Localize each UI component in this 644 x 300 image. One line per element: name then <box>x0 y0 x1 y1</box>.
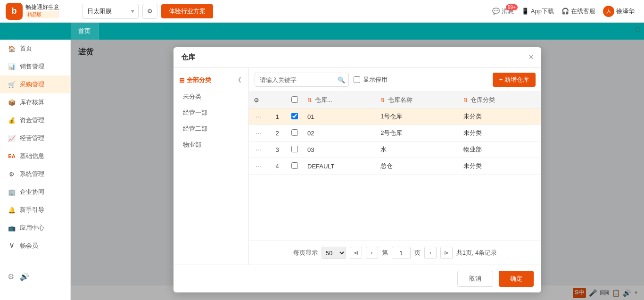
purchase-icon: 🛒 <box>8 80 16 89</box>
table-wrapper: ⚙ ⇅ 仓库... <box>249 92 541 241</box>
table-panel: 🔍 显示停用 + 新增仓库 <box>249 68 541 265</box>
online-service-button[interactable]: 🎧 在线客服 <box>561 7 595 16</box>
member-icon: V <box>8 242 16 250</box>
try-industry-button[interactable]: 体验行业方案 <box>161 4 213 18</box>
sidebar-item-sales[interactable]: 📊 销售管理 <box>0 58 70 75</box>
basic-info-icon: EA <box>8 152 16 160</box>
nav-tab-home[interactable]: 首页 <box>71 23 99 40</box>
first-page-button[interactable]: ⊲ <box>350 247 362 259</box>
page-input[interactable] <box>392 247 411 259</box>
row-checkbox[interactable] <box>291 146 298 152</box>
sidebar-item-app-center[interactable]: 📺 应用中心 <box>0 219 70 237</box>
table-toolbar: 🔍 显示停用 + 新增仓库 <box>249 68 541 92</box>
company-select[interactable]: 日太阳膜 ▾ <box>82 4 139 19</box>
add-warehouse-button[interactable]: + 新增仓库 <box>493 73 536 87</box>
enterprise-icon: 🏢 <box>8 188 16 196</box>
category-item-operations2[interactable]: 经营二部 <box>173 121 248 137</box>
sidebar-settings-icon[interactable]: ⚙ <box>8 272 14 281</box>
search-input[interactable] <box>255 73 349 87</box>
warehouse-modal: 仓库 × ⊞ 全部分类 《 未分类 <box>173 47 541 292</box>
search-icon[interactable]: 🔍 <box>338 76 345 83</box>
table-row[interactable]: ··· 2 02 2号仓库 未分类 <box>249 125 541 142</box>
warehouse-table: ⚙ ⇅ 仓库... <box>249 92 541 175</box>
per-page-select[interactable]: 50 100 200 <box>322 247 346 259</box>
sidebar-item-inventory[interactable]: 📦 库存核算 <box>0 93 70 111</box>
row-code: 01 <box>303 108 376 125</box>
row-checkbox[interactable] <box>291 113 298 119</box>
sidebar-item-basic-info[interactable]: EA 基础信息 <box>0 147 70 165</box>
row-code: 03 <box>303 142 376 158</box>
table-row[interactable]: ··· 4 DEFAULT 总仓 未分类 <box>249 158 541 175</box>
row-number: 2 <box>268 125 287 142</box>
row-name: 水 <box>376 142 458 158</box>
table-row[interactable]: ··· 3 03 水 物业部 <box>249 142 541 158</box>
sidebar-item-guide[interactable]: 🔔 新手引导 <box>0 201 70 219</box>
sort-icon-code: ⇅ <box>307 97 312 103</box>
main-layout: 🏠 首页 📊 销售管理 🛒 采购管理 📦 库存核算 💰 资金管理 📈 经营管理 … <box>0 40 644 300</box>
sidebar-item-home[interactable]: 🏠 首页 <box>0 40 70 58</box>
row-checkbox[interactable] <box>291 129 298 136</box>
app-download-button[interactable]: 📱 App下载 <box>521 7 554 16</box>
pagination-bar: 每页显示 50 100 200 ⊲ ‹ 第 页 › ⊳ 共1页, 4条 <box>249 241 541 265</box>
table-head: ⚙ ⇅ 仓库... <box>249 92 541 108</box>
row-actions: ··· <box>249 142 268 158</box>
sidebar-item-system[interactable]: ⚙ 系统管理 <box>0 165 70 183</box>
message-button[interactable]: 💬 消息 99+ <box>492 7 514 16</box>
row-number: 1 <box>268 108 287 125</box>
finance-icon: 💰 <box>8 116 16 125</box>
maximize-button[interactable]: □ <box>631 23 644 36</box>
headset-icon: 🎧 <box>561 8 569 15</box>
minimize-button[interactable]: — <box>618 23 631 36</box>
category-item-property[interactable]: 物业部 <box>173 137 248 153</box>
modal-close-button[interactable]: × <box>528 52 534 62</box>
collapse-icon[interactable]: 《 <box>233 75 243 85</box>
sidebar-item-enterprise[interactable]: 🏢 企业协同 <box>0 183 70 201</box>
logo-text-wrap: 畅捷通好生意 精品版 <box>25 4 59 19</box>
sidebar-item-member[interactable]: V 畅会员 <box>0 237 70 255</box>
row-category: 未分类 <box>459 108 541 125</box>
show-disabled-checkbox[interactable] <box>354 76 360 83</box>
last-page-button[interactable]: ⊳ <box>440 247 453 259</box>
sidebar-item-finance[interactable]: 💰 资金管理 <box>0 111 70 129</box>
more-icon[interactable]: ··· <box>256 162 261 170</box>
category-item-operations1[interactable]: 经营一部 <box>173 105 248 121</box>
confirm-button[interactable]: 确定 <box>499 271 534 287</box>
sidebar-item-purchase[interactable]: 🛒 采购管理 <box>0 75 70 93</box>
category-panel: ⊞ 全部分类 《 未分类 经营一部 经营二部 物业 <box>173 68 249 265</box>
row-number: 4 <box>268 158 287 175</box>
cancel-button[interactable]: 取消 <box>457 271 493 287</box>
th-name: ⇅ 仓库名称 <box>376 92 458 108</box>
all-categories-button[interactable]: ⊞ 全部分类 《 <box>173 72 248 89</box>
more-icon[interactable]: ··· <box>256 113 261 120</box>
table-header-row: ⚙ ⇅ 仓库... <box>249 92 541 108</box>
message-badge: 99+ <box>506 4 518 10</box>
settings-button[interactable]: ⚙ <box>142 4 157 19</box>
page-label: 第 <box>382 249 388 257</box>
more-icon[interactable]: ··· <box>256 146 261 153</box>
th-gear: ⚙ <box>249 92 268 108</box>
sidebar-volume-icon[interactable]: 🔊 <box>20 272 29 281</box>
row-category: 未分类 <box>459 125 541 142</box>
th-check <box>287 92 303 108</box>
total-label: 共1页, 4条记录 <box>456 249 497 257</box>
prev-page-button[interactable]: ‹ <box>366 247 378 259</box>
search-wrap: 🔍 <box>255 73 349 87</box>
sidebar-item-operations[interactable]: 📈 经营管理 <box>0 129 70 147</box>
header-right: 💬 消息 99+ 📱 App下载 🎧 在线客服 人 徐泽华 <box>492 6 638 17</box>
row-checkbox[interactable] <box>291 162 298 169</box>
row-name: 总仓 <box>376 158 458 175</box>
logo-sub: 精品版 <box>25 11 59 18</box>
more-icon[interactable]: ··· <box>256 129 261 137</box>
table-body: ··· 1 01 1号仓库 未分类 ··· 2 02 2号仓库 未分类 ··· <box>249 108 541 175</box>
table-row[interactable]: ··· 1 01 1号仓库 未分类 <box>249 108 541 125</box>
operations-icon: 📈 <box>8 134 16 142</box>
sales-icon: 📊 <box>8 62 16 71</box>
user-menu[interactable]: 人 徐泽华 <box>603 6 635 17</box>
nav-tabs: 首页 — □ <box>0 23 644 40</box>
select-all-checkbox[interactable] <box>291 96 298 103</box>
user-avatar: 人 <box>603 6 614 17</box>
next-page-button[interactable]: › <box>424 247 437 259</box>
category-item-uncategorized[interactable]: 未分类 <box>173 89 248 105</box>
row-checkbox-cell <box>287 142 303 158</box>
modal-body: ⊞ 全部分类 《 未分类 经营一部 经营二部 物业 <box>173 68 541 265</box>
